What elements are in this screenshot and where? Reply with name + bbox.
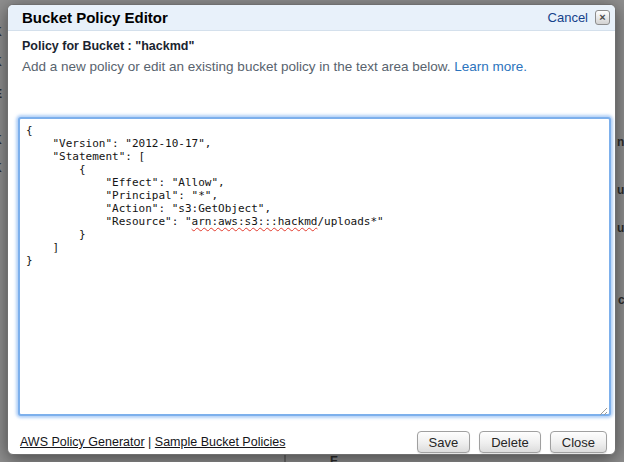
background-text-fragment: u [617, 184, 624, 196]
close-icon[interactable]: × [595, 10, 610, 25]
policy-text: { "Version": "2012-10-17", "Statement": … [26, 124, 603, 267]
link-separator: | [148, 435, 151, 449]
sample-bucket-policies-link[interactable]: Sample Bucket Policies [155, 435, 286, 449]
resize-handle-icon[interactable] [597, 402, 608, 413]
background-text-fragment: K [0, 56, 2, 68]
background-text-fragment: c [618, 294, 624, 306]
close-button[interactable]: Close [550, 431, 607, 453]
dialog-description: Add a new policy or edit an existing buc… [22, 59, 527, 74]
background-text-fragment: K [0, 162, 2, 174]
delete-button[interactable]: Delete [479, 431, 541, 453]
screen: KKEKKnuucE Bucket Policy Editor Cancel ×… [0, 0, 624, 462]
dialog-button-row: Save Delete Close [417, 431, 607, 453]
background-text-fragment: E [0, 88, 2, 100]
dialog-header: Bucket Policy Editor Cancel × [8, 5, 615, 31]
background-text-fragment: K [0, 26, 2, 38]
dialog-title: Bucket Policy Editor [22, 9, 168, 26]
background-text-fragment: K [0, 134, 2, 146]
footer-links: AWS Policy Generator | Sample Bucket Pol… [20, 435, 285, 449]
policy-for-bucket-label: Policy for Bucket : "hackmd" [22, 39, 194, 53]
background-text-fragment: E [330, 455, 338, 462]
background-text-fragment: u [617, 222, 624, 234]
bucket-policy-editor-dialog: Bucket Policy Editor Cancel × Policy for… [7, 4, 616, 455]
save-button[interactable]: Save [417, 431, 471, 453]
cancel-link[interactable]: Cancel [548, 10, 588, 25]
aws-policy-generator-link[interactable]: AWS Policy Generator [20, 435, 145, 449]
policy-editor-textarea[interactable]: { "Version": "2012-10-17", "Statement": … [18, 117, 611, 416]
learn-more-link[interactable]: Learn more. [454, 59, 527, 74]
background-text-fragment: n [617, 136, 624, 148]
description-text: Add a new policy or edit an existing buc… [22, 59, 451, 74]
